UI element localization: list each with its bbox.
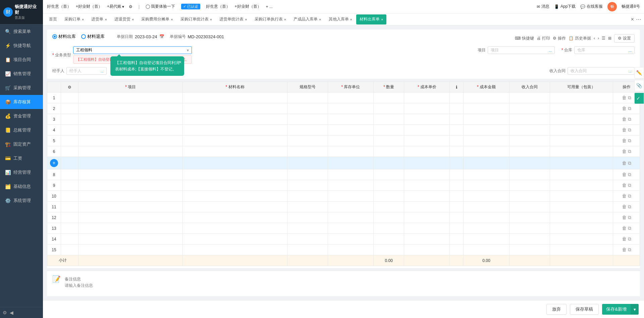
tab-close-icon[interactable]: × (105, 17, 107, 21)
copy-row-btn[interactable]: ⧉ (628, 215, 631, 220)
tab-close-icon[interactable]: × (210, 17, 212, 21)
sidebar-item-system[interactable]: ⚙️ 系统管理 (0, 194, 43, 208)
sidebar-item-finance[interactable]: 💰 资金管理 (0, 109, 43, 123)
copy-row-btn[interactable]: ⧉ (628, 172, 631, 177)
sidebar-item-salary[interactable]: 💳 工资 (0, 151, 43, 165)
delete-row-btn[interactable]: 🗑 (622, 193, 627, 199)
calendar-icon[interactable]: 📅 (159, 34, 164, 39)
sidebar-settings-btn[interactable]: ⚙ (3, 310, 7, 315)
sidebar-item-base[interactable]: 🗂️ 基础信息 (0, 179, 43, 194)
copy-row-btn[interactable]: ⧉ (628, 106, 631, 111)
sidebar-item-project[interactable]: 📋 项目合同 (0, 53, 43, 67)
delete-row-btn[interactable]: 🗑 (622, 138, 627, 143)
tab-other-in[interactable]: 其他入库单 × (325, 14, 356, 24)
close-tab-btn[interactable]: × (631, 16, 634, 22)
tab-purchase-stat[interactable]: 采购订单统计表 × (177, 14, 215, 24)
copy-row-btn[interactable]: ⧉ (628, 247, 631, 252)
tab-close-icon[interactable]: × (171, 17, 173, 21)
copy-row-btn[interactable]: ⧉ (628, 138, 631, 143)
history-btn[interactable]: 📋 历史单据 (569, 36, 591, 41)
view-list-btn[interactable]: ☰ (602, 36, 605, 41)
tab-close-icon[interactable]: × (350, 17, 352, 21)
copy-row-btn[interactable]: ⧉ (628, 225, 631, 231)
topbar-nav-haoshengyi[interactable]: 好生意（首） (47, 4, 71, 9)
tab-purchase-order[interactable]: 采购订单 × (61, 14, 87, 24)
tab-inbound-stat[interactable]: 进货单统计表 × (216, 14, 250, 24)
radio-material-out[interactable]: 材料出库 (52, 34, 76, 40)
tab-close-icon[interactable]: × (82, 17, 84, 21)
topbar-haoyecai2[interactable]: +好业财（首） (235, 4, 261, 9)
topbar-more[interactable]: + ... (266, 4, 273, 9)
float-paper-icon[interactable]: 📎 (634, 80, 644, 91)
delete-row-btn[interactable]: 🗑 (622, 95, 627, 100)
col-header-settings[interactable]: ⚙ (61, 82, 78, 93)
sidebar-collapse-btn[interactable]: ◀ (10, 310, 13, 315)
nav-prev-btn[interactable]: ‹ (594, 36, 595, 41)
row-project-input[interactable] (81, 161, 180, 165)
message-btn[interactable]: ✉ 消息 (537, 4, 549, 9)
income-contract-input[interactable]: 收入合同 ... (568, 67, 635, 75)
float-edit-icon[interactable]: ✏️ (634, 67, 644, 78)
delete-row-btn[interactable]: 🗑 (622, 215, 627, 220)
service-btn[interactable]: 💬 在线客服 (580, 4, 603, 9)
radio-material-return[interactable]: 材料退库 (81, 34, 105, 40)
tab-close-icon[interactable]: × (132, 17, 134, 21)
tab-purchase-expense[interactable]: 采购费用分摊单 × (138, 14, 176, 24)
tab-close-icon[interactable]: × (381, 17, 383, 21)
delete-row-btn[interactable]: 🗑 (622, 127, 627, 132)
sidebar-item-sales[interactable]: 📈 销售管理 (0, 67, 43, 81)
tooltip-close-btn[interactable]: × (179, 58, 181, 66)
float-green-icon[interactable]: ✓ (634, 93, 644, 104)
copy-row-btn[interactable]: ⧉ (628, 149, 631, 154)
tab-finished-in[interactable]: 产成品入库单 × (290, 14, 324, 24)
save-draft-button[interactable]: 保存草稿 (570, 304, 599, 315)
copy-row-btn[interactable]: ⧉ (628, 95, 631, 100)
tab-inbound-return[interactable]: 进退货货 × (111, 14, 137, 24)
tab-close-icon[interactable]: × (319, 17, 321, 21)
delete-row-btn[interactable]: 🗑 (622, 236, 627, 242)
sidebar-item-ledger[interactable]: 📒 总账管理 (0, 123, 43, 137)
app-download-btn[interactable]: 📱 App下载 (554, 4, 576, 9)
sidebar-item-inventory[interactable]: 📦 库存核算 (0, 95, 43, 109)
add-row-btn[interactable]: + (50, 159, 58, 167)
delete-row-btn[interactable]: 🗑 (622, 149, 627, 154)
delete-row-btn[interactable]: 🗑 (622, 204, 627, 209)
delete-row-btn[interactable]: 🗑 (622, 225, 627, 231)
project-input[interactable]: 项目 ... (488, 46, 555, 54)
tab-purchase-exec[interactable]: 采购订单执行表 × (251, 14, 289, 24)
tab-close-icon[interactable]: × (284, 17, 286, 21)
copy-row-btn[interactable]: ⧉ (628, 204, 631, 209)
shortcut-btn[interactable]: ⌨ 快捷键 (515, 36, 534, 41)
topbar-settings-icon[interactable]: ⚙ (129, 4, 132, 9)
copy-row-btn[interactable]: ⧉ (628, 127, 631, 132)
biz-type-select[interactable]: 工程领料 ▾ (73, 46, 192, 54)
delete-row-btn[interactable]: 🗑 (622, 247, 627, 252)
topbar-nav-yidaizhang[interactable]: +易代账 ▾ (107, 4, 124, 9)
save-new-button[interactable]: 保存&新增 (602, 304, 631, 315)
topbar-haoshengyi2[interactable]: 好生意（首） (206, 4, 230, 9)
delete-row-btn[interactable]: 🗑 (622, 182, 627, 188)
copy-row-btn[interactable]: ⧉ (628, 182, 631, 188)
topbar-nav-haoyecai[interactable]: +好业财（首） (76, 4, 102, 9)
sidebar-item-purchase[interactable]: 🛒 采购管理 (0, 81, 43, 95)
operate-btn[interactable]: ⚙ 操作 (553, 36, 566, 41)
delete-row-btn[interactable]: 🗑 (622, 106, 627, 111)
tab-inbound[interactable]: 进货单 × (88, 14, 110, 24)
delete-row-btn[interactable]: 🗑 (622, 172, 627, 177)
print-btn[interactable]: 🖨 打印 (537, 36, 550, 41)
delete-row-btn[interactable]: 🗑 (622, 116, 627, 122)
settings-btn[interactable]: ⚙ 设置 (614, 34, 635, 43)
delete-row-btn[interactable]: 🗑 (622, 160, 627, 166)
handler-input[interactable]: 经手人 ... (66, 67, 107, 75)
save-new-arrow-btn[interactable]: ▾ (631, 304, 639, 315)
discard-button[interactable]: 放弃 (546, 304, 567, 315)
copy-row-btn[interactable]: ⧉ (628, 160, 631, 166)
more-tabs-btn[interactable]: ⋯ (636, 16, 641, 22)
sidebar-item-business[interactable]: 📊 经营管理 (0, 165, 43, 179)
warehouse-input[interactable]: 仓库 ... (574, 46, 635, 54)
notes-input[interactable] (65, 283, 635, 293)
view-grid-btn[interactable]: ⊞ (608, 36, 611, 41)
tab-material-out[interactable]: 材料出库单 × (356, 14, 386, 24)
copy-row-btn[interactable]: ⧉ (628, 116, 631, 122)
copy-row-btn[interactable]: ⧉ (628, 193, 631, 199)
